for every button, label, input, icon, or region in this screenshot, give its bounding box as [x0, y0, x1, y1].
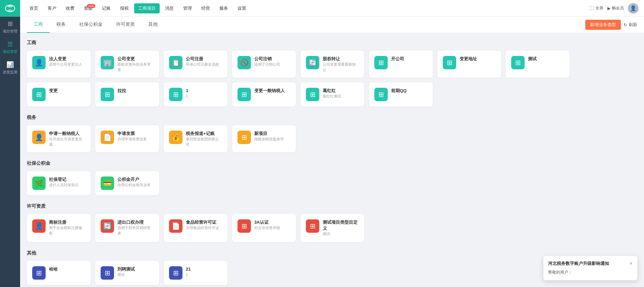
- card-title-legal-change: 法人变更: [49, 56, 85, 62]
- progress-monitor-icon: 📊: [6, 61, 14, 68]
- card-icon-change1: ⊞: [32, 88, 46, 101]
- nav-item-billing[interactable]: 收费: [62, 3, 78, 13]
- nav-items: 首页 客户 收费 票据 new 记账 报税 工商项目 消息 管理 经营 服务 设…: [25, 3, 590, 13]
- ticket-badge: new: [87, 4, 95, 8]
- card-icon-company-change: 🏢: [101, 56, 114, 69]
- card-icon-apply-general-taxpayer: 👤: [32, 131, 46, 144]
- card-title-change1: 变更: [49, 88, 85, 94]
- refresh-button[interactable]: ↻ 刷新: [624, 22, 637, 28]
- card-tax-report-accounting[interactable]: 💰税务报道+记账拿到营业执照的新公司: [164, 125, 227, 152]
- nav-item-message[interactable]: 消息: [161, 3, 178, 13]
- nav-item-customer[interactable]: 客户: [44, 3, 60, 13]
- card-title-equity-transfer: 股权转让: [323, 56, 359, 62]
- refresh-label: 刷新: [629, 22, 637, 28]
- card-liu-pei-test[interactable]: ⊞刘聘测试测试: [95, 261, 159, 285]
- card-desc-apply-invoice: 办理申请发票业务: [117, 137, 154, 142]
- tab-tax[interactable]: 税务: [50, 17, 72, 33]
- section-license: 许可资质👤商标注册用于企业商标注册服务🔄进出口权办理适用于对外贸易经营者📄食品经…: [27, 203, 637, 242]
- nav-item-operation[interactable]: 经营: [197, 3, 214, 13]
- card-import-export[interactable]: 🔄进出口权办理适用于对外贸易经营者: [95, 214, 159, 242]
- section-industry: 工商👤法人变更适用于公司变更法人🏢公司变更股权变更外的业务变更📋公司注册申请公司…: [27, 40, 637, 106]
- sidebar-item-project-type[interactable]: ☰ 项目类型: [0, 37, 20, 58]
- nav-item-settings[interactable]: 设置: [233, 3, 250, 13]
- tab-social-fund[interactable]: 社保公积金: [72, 17, 109, 33]
- card-test-type[interactable]: ⊞测试项目类型目定义测试: [301, 214, 364, 242]
- card-icon-provident-fund: 💳: [101, 176, 114, 190]
- card-test1[interactable]: ⊞测试: [506, 51, 570, 78]
- card-change1[interactable]: ⊞变更: [27, 82, 91, 106]
- card-new-project[interactable]: ⊞新项目报税加税控盘保管: [232, 125, 296, 152]
- new-type-button[interactable]: 新增业务类型: [585, 20, 621, 30]
- card-lala[interactable]: ⊞拉拉: [95, 82, 159, 106]
- tab-other[interactable]: 其他: [142, 17, 164, 33]
- nav-item-home[interactable]: 首页: [25, 3, 42, 13]
- card-icon-apply-invoice: 📄: [101, 131, 114, 144]
- app-logo: [0, 0, 20, 17]
- card-title-one: 1: [186, 88, 222, 94]
- card-icon-company-register: 📋: [169, 56, 182, 69]
- card-provident-fund[interactable]: 💳公积金开户办理公积金相关业务: [95, 171, 159, 195]
- sidebar-item-progress-monitor[interactable]: 📊 进度监测: [0, 58, 20, 78]
- card-haha[interactable]: ⊞哈哈: [27, 261, 91, 285]
- tab-industry[interactable]: 工商: [27, 17, 50, 33]
- member-label: 畅会员: [612, 5, 624, 11]
- notification-close-button[interactable]: ×: [630, 261, 633, 267]
- card-title-new-project: 新项目: [254, 131, 290, 137]
- sidebar: ⊞ 项目管理 ☰ 项目类型 📊 进度监测: [0, 0, 20, 287]
- card-desc-food-license: 办理食品经营许可证: [186, 225, 222, 230]
- card-guhonghong[interactable]: ⊞葛红红葛红红测试: [301, 82, 364, 106]
- card-icon-equity-transfer: 🔄: [306, 56, 319, 69]
- card-one[interactable]: ⊞11: [164, 82, 227, 106]
- nav-item-service[interactable]: 服务: [215, 3, 232, 13]
- card-title-early-qq: 前期QQ: [391, 88, 427, 94]
- notification-popup: 河北税务数字账户升级影响通知 × 尊敬的用户：: [543, 256, 637, 280]
- card-title-3a-cert: 3A认证: [254, 219, 290, 225]
- sidebar-item-label: 进度监测: [3, 70, 17, 75]
- card-company-change[interactable]: 🏢公司变更股权变更外的业务变更: [95, 51, 159, 78]
- card-company-cancel[interactable]: 🚫公司注销适用于注销公司: [232, 51, 296, 78]
- card-desc-tax-report-accounting: 拿到营业执照的新公司: [186, 137, 222, 147]
- card-desc-provident-fund: 办理公积金相关业务: [117, 183, 154, 188]
- section-title-other: 其他: [27, 250, 637, 256]
- card-desc-liu-pei-test: 测试: [117, 272, 154, 277]
- card-apply-invoice[interactable]: 📄申请发票办理申请发票业务: [95, 125, 159, 152]
- card-icon-food-license: 📄: [169, 219, 182, 233]
- nav-item-tax[interactable]: 报税: [116, 3, 133, 13]
- card-legal-change[interactable]: 👤法人变更适用于公司变更法人: [27, 51, 91, 78]
- tab-license[interactable]: 许可资质: [109, 17, 142, 33]
- card-change-general[interactable]: ⊞变更一般纳税人: [232, 82, 296, 106]
- card-desc-one: 1: [186, 94, 222, 99]
- card-icon-test1: ⊞: [511, 56, 525, 69]
- card-desc-social-register: 进行人员社保登记: [49, 183, 85, 188]
- fullscreen-button[interactable]: ⛶ 全屏: [590, 5, 603, 11]
- card-apply-general-taxpayer[interactable]: 👤申请一般纳税人当月或次月成变更完成: [27, 125, 91, 152]
- card-desc-import-export: 适用于对外贸易经营者: [117, 225, 154, 236]
- card-equity-transfer[interactable]: 🔄股权转让公司变更需要股权转让: [301, 51, 364, 78]
- card-title-twenty-one: 21: [186, 266, 222, 272]
- nav-item-ticket[interactable]: 票据 new: [80, 3, 97, 13]
- card-icon-3a-cert: ⊞: [237, 219, 251, 233]
- card-desc-company-register: 申请公司注册全流程: [186, 62, 222, 67]
- nav-item-industry[interactable]: 工商项目: [134, 3, 160, 13]
- fullscreen-label: 全屏: [595, 5, 603, 11]
- card-title-test-type: 测试项目类型目定义: [323, 219, 359, 231]
- card-food-license[interactable]: 📄食品经营许可证办理食品经营许可证: [164, 214, 227, 242]
- project-manage-icon: ⊞: [8, 20, 13, 27]
- card-change-address[interactable]: ⊞变更地址: [437, 51, 501, 78]
- card-company-register[interactable]: 📋公司注册申请公司注册全流程: [164, 51, 227, 78]
- nav-item-accounting[interactable]: 记账: [98, 3, 115, 13]
- user-avatar[interactable]: 👤: [628, 3, 639, 14]
- card-trademark[interactable]: 👤商标注册用于企业商标注册服务: [27, 214, 91, 242]
- sidebar-item-project-manage[interactable]: ⊞ 项目管理: [0, 17, 20, 37]
- card-twenty-one[interactable]: ⊞211: [164, 261, 227, 285]
- card-early-qq[interactable]: ⊞前期QQ: [369, 82, 433, 106]
- card-3a-cert[interactable]: ⊞3A认证对企业信誉评级: [232, 214, 296, 242]
- card-desc-company-change: 股权变更外的业务变更: [117, 62, 154, 72]
- member-button[interactable]: ▶ 畅会员: [607, 5, 624, 11]
- card-open-company[interactable]: ⊞开公司: [369, 51, 433, 78]
- card-desc-twenty-one: 1: [186, 272, 222, 277]
- card-desc-test-type: 测试: [323, 231, 359, 236]
- nav-item-manage[interactable]: 管理: [179, 3, 196, 13]
- card-social-register[interactable]: 🌿社保登记进行人员社保登记: [27, 171, 91, 195]
- card-title-provident-fund: 公积金开户: [117, 176, 154, 183]
